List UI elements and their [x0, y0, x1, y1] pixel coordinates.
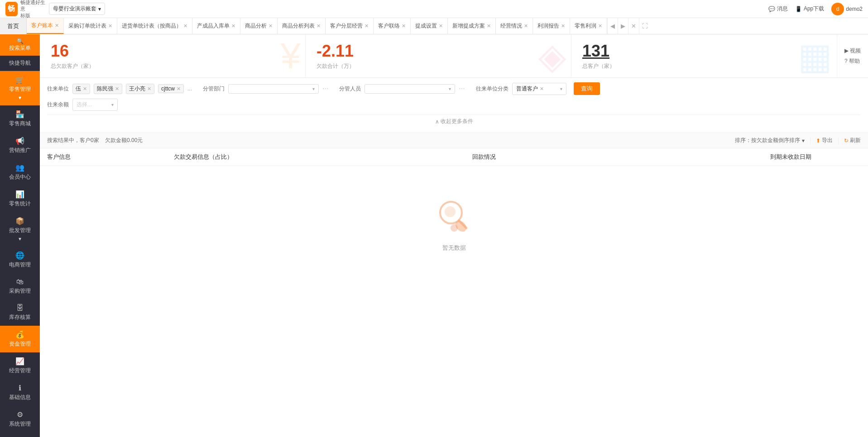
- refresh-button[interactable]: ↻ 刷新: [844, 137, 861, 144]
- logo-area: 畅 畅捷通好生意 标版: [5, 0, 45, 19]
- tab-close-icon[interactable]: ✕: [402, 23, 406, 29]
- tab-production-in[interactable]: 产成品入库单 ✕: [192, 18, 240, 34]
- tab-close-icon[interactable]: ✕: [439, 23, 443, 29]
- sidebar-item-inventory[interactable]: 🗄 库存核算: [0, 299, 40, 326]
- tab-close-icon[interactable]: ✕: [364, 23, 369, 29]
- sidebar-item-member[interactable]: 👥 会员中心: [0, 159, 40, 185]
- app-download-button[interactable]: 📱 App下载: [795, 5, 824, 13]
- user-menu[interactable]: d demo2: [831, 3, 863, 15]
- tab-fullscreen-button[interactable]: ⛶: [639, 18, 651, 34]
- tab-close-icon[interactable]: ✕: [55, 23, 59, 28]
- tab-next-button[interactable]: ▶: [618, 18, 628, 34]
- sidebar-item-system[interactable]: ⚙ 系统管理: [0, 406, 40, 432]
- tab-close-icon[interactable]: ✕: [524, 23, 528, 29]
- stats-header: 16 总欠款客户（家） ¥ -2.11 欠款合计（万） ◈ 131 总客户（家）…: [40, 34, 868, 78]
- tab-close-icon[interactable]: ✕: [269, 23, 273, 29]
- tab-commission-setting[interactable]: 提成设置 ✕: [411, 18, 448, 34]
- message-button[interactable]: 💬 消息: [768, 5, 788, 13]
- member-icon: 👥: [15, 163, 24, 172]
- sidebar-item-enterprise[interactable]: 🤝 企业协同: [0, 432, 40, 437]
- tab-stock-stat[interactable]: 进货单统计表（按商品） ✕: [117, 18, 192, 34]
- results-actions: 排序：按欠款金额倒序排序 ▾ ⬆ 导出 ↻ 刷新: [735, 137, 861, 144]
- filter-row-2: 往来余额 选择... ▾: [47, 99, 861, 111]
- system-icon: ⚙: [17, 410, 23, 419]
- class-tag-close[interactable]: ✕: [540, 86, 544, 92]
- tab-customer-account[interactable]: 客户账本 ✕: [27, 18, 64, 34]
- dept-clear-icon[interactable]: ···: [322, 85, 328, 93]
- sidebar-quick-nav[interactable]: 快捷导航: [0, 56, 40, 71]
- filter-tag-chen: 陈民强 ✕: [94, 84, 122, 94]
- person-clear-icon[interactable]: ···: [459, 85, 465, 93]
- divider: [810, 137, 810, 144]
- video-button[interactable]: ▶ 视频: [844, 47, 861, 55]
- sort-selector[interactable]: 排序：按欠款金额倒序排序 ▾: [735, 137, 805, 144]
- sidebar-item-finance[interactable]: 💰 资金管理: [0, 326, 40, 352]
- tab-product-analysis[interactable]: 商品分析 ✕: [240, 18, 278, 34]
- sidebar: 🔍 搜索菜单 快捷导航 🛒 零售管理 ▾ 🏪 零售商城 📢 营销推广 👥 会员中…: [0, 34, 40, 437]
- tab-close-icon[interactable]: ✕: [561, 23, 565, 29]
- tab-close-icon[interactable]: ✕: [598, 23, 602, 29]
- results-info: 搜索结果中，客户0家 欠款金额0.00元: [47, 137, 143, 144]
- tab-retail-profit[interactable]: 零售利润 ✕: [570, 18, 607, 34]
- tab-operation-status[interactable]: 经营情况 ✕: [496, 18, 533, 34]
- ecommerce-icon: 🌐: [15, 251, 24, 260]
- tab-close-icon[interactable]: ✕: [108, 23, 112, 29]
- dept-select[interactable]: ▾: [228, 84, 319, 94]
- sidebar-item-purchase[interactable]: 🛍 采购管理: [0, 273, 40, 299]
- divider2: [838, 137, 839, 144]
- col-due-date: 到期未收款日期: [770, 153, 861, 161]
- filter-row-1: 往来单位 伍 ✕ 陈民强 ✕ 王小亮 ✕ cjttcw ✕ ...: [47, 82, 861, 95]
- tab-prev-button[interactable]: ◀: [607, 18, 618, 34]
- tab-profit-report[interactable]: 利润报告 ✕: [533, 18, 570, 34]
- class-select[interactable]: 普通客户 ✕ ▾: [512, 83, 566, 95]
- person-select[interactable]: ▾: [364, 84, 455, 94]
- tag-close-wu[interactable]: ✕: [83, 86, 87, 92]
- stats-card-amount: -2.11 欠款合计（万） ◈: [306, 34, 571, 77]
- tag-close-cj[interactable]: ✕: [177, 86, 181, 92]
- stats-card-customers: 16 总欠款客户（家） ¥: [40, 34, 306, 77]
- tag-close-wang[interactable]: ✕: [147, 86, 151, 92]
- sidebar-item-retail-mall[interactable]: 🏪 零售商城: [0, 105, 40, 132]
- top-bar-right: 💬 消息 📱 App下载 d demo2: [768, 3, 863, 15]
- filter-more-tags[interactable]: ...: [187, 86, 192, 92]
- stats-bg-icon-total: ▦: [798, 35, 832, 77]
- sidebar-item-wholesale[interactable]: 📦 批发管理 ▾: [0, 212, 40, 247]
- collapse-button[interactable]: ∧ 收起更多条件: [435, 118, 473, 125]
- tab-close-icon[interactable]: ✕: [487, 23, 491, 29]
- tab-close-icon[interactable]: ✕: [231, 23, 235, 29]
- tab-home[interactable]: 首页: [0, 18, 27, 34]
- sidebar-item-operation[interactable]: 📈 经营管理: [0, 352, 40, 379]
- tag-close-chen[interactable]: ✕: [115, 86, 119, 92]
- search-button[interactable]: 查询: [574, 82, 600, 95]
- balance-select[interactable]: 选择... ▾: [72, 99, 118, 111]
- tab-customer-layer[interactable]: 客户分层经营 ✕: [326, 18, 374, 34]
- tab-new-commission[interactable]: 新增提成方案 ✕: [448, 18, 496, 34]
- sidebar-item-retail-stat[interactable]: 📊 零售统计: [0, 185, 40, 212]
- export-button[interactable]: ⬆ 导出: [816, 137, 833, 144]
- sidebar-item-marketing[interactable]: 📢 营销推广: [0, 132, 40, 159]
- stats-label-total: 总客户（家）: [582, 62, 826, 70]
- tab-customer-contact[interactable]: 客户联络 ✕: [374, 18, 411, 34]
- tab-product-analysis-list[interactable]: 商品分析列表 ✕: [278, 18, 326, 34]
- avatar: d: [831, 3, 844, 15]
- sidebar-item-ecommerce[interactable]: 🌐 电商管理: [0, 247, 40, 273]
- stats-card-total: 131 总客户（家） ▦: [571, 34, 837, 77]
- tab-close-icon[interactable]: ✕: [183, 23, 187, 29]
- sidebar-search[interactable]: 🔍 搜索菜单: [0, 34, 40, 56]
- stats-value-customers: 16: [51, 42, 294, 61]
- sidebar-item-retail-manage[interactable]: 🛒 零售管理 ▾: [0, 71, 40, 105]
- tab-close-icon[interactable]: ✕: [317, 23, 321, 29]
- sidebar-item-basic-info[interactable]: ℹ 基础信息: [0, 379, 40, 406]
- balance-label: 往来余额: [47, 101, 69, 109]
- tab-close-all-button[interactable]: ✕: [628, 18, 639, 34]
- collapse-bar: ∧ 收起更多条件: [47, 114, 861, 128]
- org-selector[interactable]: 母婴行业演示账套 ▾: [49, 3, 105, 15]
- class-label: 往来单位分类: [476, 85, 508, 93]
- purchase-icon: 🛍: [16, 278, 24, 286]
- help-button[interactable]: ? 帮助: [844, 57, 861, 65]
- top-bar: 畅 畅捷通好生意 标版 母婴行业演示账套 ▾ 💬 消息 📱 App下载 d de…: [0, 0, 868, 18]
- logo-text: 畅捷通好生意 标版: [20, 0, 45, 19]
- empty-illustration: [434, 195, 475, 236]
- svg-point-2: [445, 206, 456, 217]
- tab-purchase-order[interactable]: 采购订单统计表 ✕: [64, 18, 117, 34]
